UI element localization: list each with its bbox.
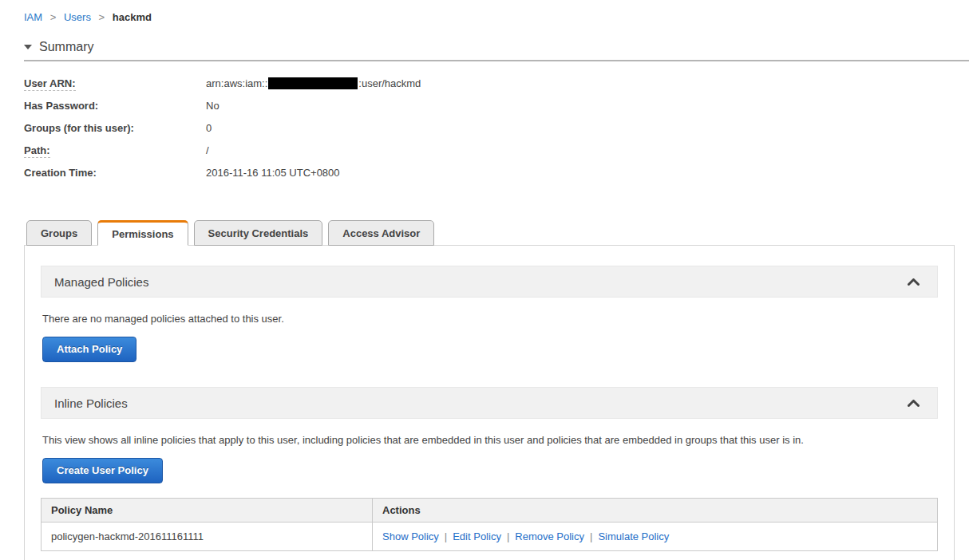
create-user-policy-button[interactable]: Create User Policy: [42, 458, 163, 483]
field-row-path: Path: /: [24, 139, 969, 161]
action-separator: |: [507, 530, 509, 542]
action-separator: |: [445, 530, 447, 542]
summary-title: Summary: [39, 40, 93, 54]
caret-down-icon: [24, 45, 32, 49]
summary-section-header[interactable]: Summary: [24, 40, 969, 54]
chevron-up-icon: [908, 278, 920, 286]
redacted-account-id: [268, 77, 358, 89]
chevron-up-icon: [908, 400, 920, 407]
show-policy-link[interactable]: Show Policy: [382, 530, 439, 542]
breadcrumb-separator: >: [50, 11, 57, 23]
field-row-user-arn: User ARN: arn:aws:iam:::user/hackmd: [24, 72, 969, 94]
table-row: policygen-hackmd-201611161111 Show Polic…: [42, 523, 938, 551]
user-arn-value: arn:aws:iam:::user/hackmd: [206, 77, 421, 89]
breadcrumb: IAM > Users > hackmd: [24, 11, 969, 23]
policy-name-column-header: Policy Name: [42, 499, 373, 523]
summary-divider: [24, 60, 969, 61]
creation-time-value: 2016-11-16 11:05 UTC+0800: [206, 167, 340, 179]
inline-policies-collapse-button[interactable]: [908, 400, 920, 407]
tab-security-credentials[interactable]: Security Credentials: [194, 220, 323, 246]
table-header-row: Policy Name Actions: [42, 499, 938, 523]
has-password-label: Has Password:: [24, 100, 206, 112]
action-separator: |: [590, 530, 592, 542]
managed-policies-collapse-button[interactable]: [908, 278, 920, 286]
breadcrumb-current-user: hackmd: [113, 11, 152, 23]
remove-policy-link[interactable]: Remove Policy: [515, 530, 584, 542]
groups-label: Groups (for this user):: [24, 122, 206, 134]
attach-policy-button[interactable]: Attach Policy: [42, 337, 136, 362]
path-value: /: [206, 144, 209, 156]
edit-policy-link[interactable]: Edit Policy: [453, 530, 501, 542]
breadcrumb-link-users[interactable]: Users: [64, 11, 91, 23]
actions-column-header: Actions: [373, 499, 938, 523]
user-arn-label: User ARN:: [24, 77, 206, 89]
managed-policies-header: Managed Policies: [41, 266, 938, 298]
tab-strip: Groups Permissions Security Credentials …: [26, 220, 969, 246]
tab-groups[interactable]: Groups: [26, 220, 92, 246]
breadcrumb-separator: >: [99, 11, 105, 23]
managed-policies-empty-text: There are no managed policies attached t…: [42, 313, 938, 325]
inline-policies-description: This view shows all inline policies that…: [42, 434, 938, 446]
inline-policies-table: Policy Name Actions policygen-hackmd-201…: [41, 498, 938, 551]
inline-policies-title: Inline Policies: [54, 396, 128, 410]
section-gap: [41, 362, 938, 387]
actions-cell: Show Policy|Edit Policy|Remove Policy|Si…: [373, 523, 938, 551]
path-label: Path:: [24, 144, 206, 156]
breadcrumb-link-iam[interactable]: IAM: [24, 11, 42, 23]
permissions-tab-panel: Managed Policies There are no managed po…: [24, 245, 955, 560]
summary-fields: User ARN: arn:aws:iam:::user/hackmd Has …: [24, 72, 969, 183]
managed-policies-title: Managed Policies: [54, 275, 148, 289]
field-row-has-password: Has Password: No: [24, 94, 969, 116]
field-row-groups: Groups (for this user): 0: [24, 116, 969, 139]
has-password-value: No: [206, 100, 220, 112]
tab-permissions[interactable]: Permissions: [97, 220, 188, 246]
field-row-creation-time: Creation Time: 2016-11-16 11:05 UTC+0800: [24, 161, 969, 183]
inline-policies-header: Inline Policies: [41, 387, 938, 419]
creation-time-label: Creation Time:: [24, 167, 206, 179]
tab-access-advisor[interactable]: Access Advisor: [328, 220, 434, 246]
groups-value: 0: [206, 122, 212, 134]
simulate-policy-link[interactable]: Simulate Policy: [598, 530, 669, 542]
policy-name-cell: policygen-hackmd-201611161111: [42, 523, 373, 551]
